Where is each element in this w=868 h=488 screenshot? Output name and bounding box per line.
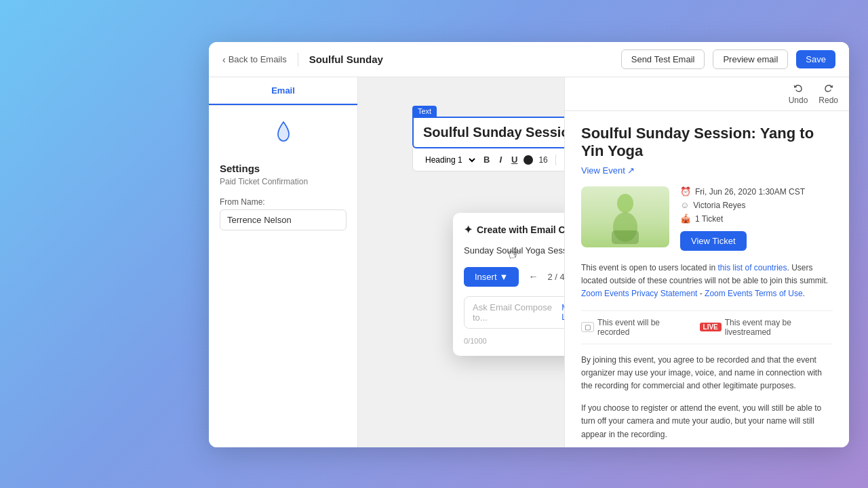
toolbar-separator (555, 155, 556, 165)
live-icon: LIVE (700, 323, 722, 331)
tab-email[interactable]: Email (209, 77, 357, 105)
cursor-indicator: ▼ (500, 272, 509, 282)
rec-icon: ▢ (581, 322, 594, 332)
event-description: This event is open to users located in t… (581, 262, 833, 301)
underline-button[interactable]: U (508, 152, 521, 167)
settings-subtitle: Paid Ticket Confirmation (220, 177, 347, 186)
event-host: Victoria Reyes (693, 201, 745, 210)
sparkle-icon: ✦ (464, 224, 473, 236)
recorded-label: This event will be recorded (597, 318, 689, 337)
recording-text2: If you choose to register or attend the … (581, 402, 833, 441)
person-icon: ☺ (680, 200, 689, 210)
event-meta: ⏰ Fri, Jun 26, 2020 1:30AM CST ☺ Victori… (680, 186, 833, 251)
text-type-tag: Text (412, 106, 437, 117)
clock-icon: ⏰ (680, 186, 691, 197)
right-toolbar: Undo Redo (565, 77, 849, 111)
recording-text: By joining this event, you agree to be r… (581, 354, 833, 393)
event-badges: ▢ This event will be recorded LIVE This … (581, 310, 833, 344)
email-heading: Soulful Sunday Session: Yang to Yin Yoga (581, 125, 833, 160)
generated-text: Sunday Soulful Yoga Session (464, 244, 564, 258)
sidebar-content: Settings Paid Ticket Confirmation From N… (209, 152, 357, 241)
livestreamed-badge: LIVE This event may be livestreamed (700, 318, 833, 337)
view-ticket-button[interactable]: View Ticket (680, 231, 747, 251)
sidebar-tabs: Email (209, 77, 357, 106)
livestreamed-label: This event may be livestreamed (725, 318, 833, 337)
sidebar-icon-row (209, 106, 357, 152)
event-date: Fri, Jun 26, 2020 1:30AM CST (695, 187, 805, 197)
event-image-person (581, 186, 669, 247)
undo-button[interactable]: Undo (789, 83, 808, 105)
countries-link[interactable]: this list of countries (717, 263, 787, 272)
event-ticket-row: 🎪 1 Ticket (680, 214, 833, 224)
undo-label: Undo (789, 96, 808, 105)
ai-compose-popup: ✦ Create with Email Compose ✕ Sunday Sou… (453, 213, 564, 356)
privacy-link[interactable]: Zoom Events Privacy Statement (581, 289, 697, 298)
undo-icon (793, 83, 804, 94)
page-indicator: 2 / 4 (547, 272, 564, 282)
popup-title: ✦ Create with Email Compose (464, 224, 564, 236)
align-left-button[interactable]: ☰ (561, 152, 564, 167)
save-button[interactable]: Save (796, 50, 835, 68)
redo-icon (823, 83, 834, 94)
event-details-row: ⏰ Fri, Jun 26, 2020 1:30AM CST ☺ Victori… (581, 186, 833, 251)
floating-text-editor: Text Soulful Sunday Session: Yang to Yin… (412, 104, 564, 171)
formatting-toolbar: Heading 1 Heading 2 Paragraph B I U 16 ☰… (412, 148, 564, 171)
event-date-row: ⏰ Fri, Jun 26, 2020 1:30AM CST (680, 186, 833, 197)
ask-placeholder: Ask Email Compose to... (473, 302, 561, 323)
char-count: 0/1000 (464, 337, 487, 345)
svg-point-0 (617, 194, 633, 213)
top-bar: ‹ Back to Emails Soulful Sunday Send Tes… (209, 42, 849, 77)
from-name-input[interactable] (220, 209, 347, 230)
preview-email-button[interactable]: Preview email (713, 49, 788, 69)
make-longer-button[interactable]: Make Longer, (561, 303, 564, 322)
email-icon (273, 119, 294, 146)
page-total: 4 (559, 272, 564, 282)
from-name-label: From Name: (220, 197, 347, 207)
top-divider (298, 53, 298, 66)
external-link-icon: ↗ (627, 165, 635, 176)
view-event-link[interactable]: View Event ↗ (581, 165, 833, 176)
ask-input-row[interactable]: Ask Email Compose to... Make Longer, Mak… (464, 296, 564, 329)
redo-label: Redo (818, 96, 838, 105)
text-color-picker[interactable] (524, 155, 533, 165)
insert-label: Insert (475, 272, 497, 282)
back-to-emails-link[interactable]: ‹ Back to Emails (222, 54, 287, 65)
italic-button[interactable]: I (496, 152, 505, 167)
canvas-area: Text Soulful Sunday Session: Yang to Yin… (358, 77, 564, 447)
prev-suggestion-button[interactable]: ← (526, 270, 540, 283)
person-silhouette (605, 190, 646, 244)
recorded-badge: ▢ This event will be recorded (581, 318, 689, 337)
view-event-label: View Event (581, 165, 625, 176)
popup-title-text: Create with Email Compose (477, 224, 564, 235)
svg-rect-2 (612, 230, 639, 244)
event-image (581, 186, 669, 247)
event-host-row: ☺ Victoria Reyes (680, 200, 833, 210)
redo-button[interactable]: Redo (818, 83, 838, 105)
quick-actions: Make Longer, Make Shorter, Change Tone t… (561, 303, 564, 322)
popup-actions: Insert ▼ ← 2 / 4 → (464, 267, 564, 287)
send-test-email-button[interactable]: Send Test Email (621, 49, 705, 69)
back-label: Back to Emails (229, 54, 287, 64)
font-size: 16 (536, 154, 550, 166)
editor-window: ‹ Back to Emails Soulful Sunday Send Tes… (209, 42, 849, 447)
heading-select[interactable]: Heading 1 Heading 2 Paragraph (420, 153, 477, 167)
popup-header: ✦ Create with Email Compose ✕ (464, 224, 564, 236)
text-content-input[interactable]: Soulful Sunday Session: Yang to Yin Yoga (412, 117, 564, 148)
event-ticket-count: 1 Ticket (695, 214, 723, 224)
page-current: 2 (547, 272, 552, 282)
page-title: Soulful Sunday (309, 54, 613, 65)
back-arrow-icon: ‹ (222, 54, 226, 65)
bold-button[interactable]: B (480, 152, 493, 167)
ticket-icon: 🎪 (680, 214, 691, 224)
left-sidebar: Email Settings Paid Ticket Confirmation … (209, 77, 358, 447)
right-panel: Undo Redo Soulful Sunday Session: Yang t… (564, 77, 849, 447)
email-preview: Soulful Sunday Session: Yang to Yin Yoga… (565, 111, 849, 447)
terms-link[interactable]: Zoom Events Terms of Use (705, 289, 803, 298)
insert-button[interactable]: Insert ▼ (464, 267, 519, 287)
editor-body: Email Settings Paid Ticket Confirmation … (209, 77, 849, 447)
settings-title: Settings (220, 163, 347, 174)
